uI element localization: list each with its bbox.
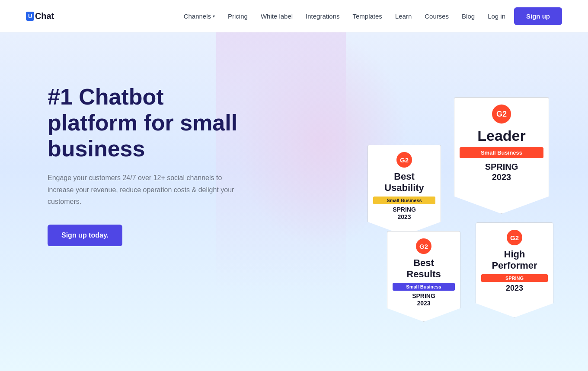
main-nav: Channels ▾ Pricing White label Integrati… <box>184 13 475 20</box>
logo[interactable]: U Chat <box>26 11 54 21</box>
badge-usability-tag: Small Business <box>373 197 435 204</box>
hero-title: #1 Chatbot platform for small business <box>48 84 242 162</box>
nav-integrations[interactable]: Integrations <box>306 13 339 20</box>
hero-badges: G2 Leader Small Business SPRING2023 G2 B… <box>294 32 588 371</box>
nav-courses[interactable]: Courses <box>425 13 449 20</box>
badge-usability: G2 BestUsability Small Business SPRING20… <box>368 145 441 235</box>
hero-subtitle: Engage your customers 24/7 over 12+ soci… <box>48 172 242 207</box>
g2-logo-leader: G2 <box>492 105 511 124</box>
hero-cta-button[interactable]: Sign up today. <box>48 225 122 246</box>
badge-leader: G2 Leader Small Business SPRING2023 <box>454 97 549 214</box>
chevron-down-icon: ▾ <box>213 14 215 19</box>
badge-usability-season: SPRING2023 <box>393 206 416 221</box>
g2-logo-usability: G2 <box>396 152 412 168</box>
nav-white-label[interactable]: White label <box>261 13 293 20</box>
login-link[interactable]: Log in <box>488 13 505 20</box>
badge-performer-season: 2023 <box>506 284 523 293</box>
badge-performer-tag: SPRING <box>481 274 548 282</box>
header: U Chat Channels ▾ Pricing White label In… <box>0 0 588 32</box>
badge-results: G2 BestResults Small Business SPRING2023 <box>387 231 460 322</box>
g2-logo-performer: G2 <box>507 230 522 245</box>
logo-box: U <box>26 12 34 21</box>
badge-leader-season: SPRING2023 <box>485 162 518 182</box>
nav-templates[interactable]: Templates <box>352 13 382 20</box>
badge-performer: G2 HighPerformer SPRING 2023 <box>476 222 553 317</box>
badge-performer-title: HighPerformer <box>492 249 537 272</box>
signup-button[interactable]: Sign up <box>514 7 562 25</box>
hero-section: #1 Chatbot platform for small business E… <box>0 32 588 371</box>
badge-leader-tag: Small Business <box>460 147 543 158</box>
nav-channels[interactable]: Channels ▾ <box>184 13 215 20</box>
nav-learn[interactable]: Learn <box>395 13 412 20</box>
badge-leader-title: Leader <box>477 127 526 145</box>
badge-results-season: SPRING2023 <box>412 292 435 307</box>
badge-usability-title: BestUsability <box>384 171 424 194</box>
nav-pricing[interactable]: Pricing <box>228 13 248 20</box>
badge-results-tag: Small Business <box>393 283 455 291</box>
header-actions: Log in Sign up <box>488 7 562 25</box>
g2-logo-results: G2 <box>416 238 431 254</box>
badge-results-title: BestResults <box>406 257 441 280</box>
nav-blog[interactable]: Blog <box>462 13 475 20</box>
hero-left: #1 Chatbot platform for small business E… <box>0 32 268 272</box>
logo-text: Chat <box>35 11 54 21</box>
